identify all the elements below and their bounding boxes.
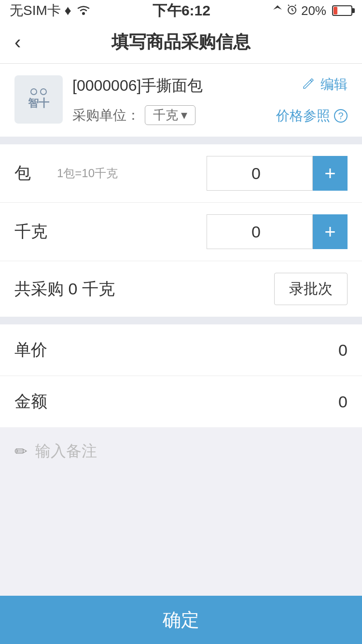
amount-row: 金额 0 — [0, 376, 362, 427]
unit-price-label: 单价 — [14, 339, 47, 361]
unit-price-row: 单价 0 — [0, 324, 362, 376]
svg-point-0 — [82, 12, 85, 15]
page-title: 填写商品采购信息 — [111, 30, 251, 54]
nav-bar: ‹ 填写商品采购信息 — [0, 21, 362, 64]
battery-icon — [332, 5, 352, 16]
kg-input-row: 千克 + — [0, 203, 362, 261]
unit-price-value: 0 — [338, 341, 348, 360]
bao-input-control: + — [207, 156, 348, 191]
notes-section[interactable]: ✏ 输入备注 — [0, 427, 362, 476]
location-icon — [272, 3, 283, 18]
chevron-down-icon: ▾ — [181, 108, 187, 123]
edit-button[interactable]: 编辑 — [302, 75, 348, 94]
section-divider-2 — [0, 317, 362, 324]
price-ref-button[interactable]: 价格参照 ? — [276, 107, 348, 125]
kg-plus-button[interactable]: + — [313, 214, 348, 249]
bao-input-row: 包 1包=10千克 + — [0, 144, 362, 203]
amount-label: 金额 — [14, 391, 47, 413]
bao-plus-button[interactable]: + — [313, 156, 348, 191]
product-thumbnail: 智十 — [14, 75, 63, 124]
bao-sublabel: 1包=10千克 — [57, 166, 207, 181]
svg-line-5 — [295, 5, 296, 6]
section-divider-1 — [0, 137, 362, 144]
svg-line-4 — [288, 5, 289, 6]
status-right: 20% — [272, 3, 352, 18]
input-section: 包 1包=10千克 + 千克 + — [0, 144, 362, 261]
summary-row: 共采购 0 千克 录批次 — [0, 261, 362, 317]
product-card: 智十 [0000006]手撕面包 采购单位： 千克 ▾ 编辑 价格参照 ? — [0, 64, 362, 137]
bao-input[interactable] — [207, 156, 313, 191]
amount-value: 0 — [338, 392, 348, 411]
bao-label: 包 — [14, 162, 53, 184]
summary-text: 共采购 0 千克 — [14, 278, 115, 300]
back-button[interactable]: ‹ — [14, 31, 21, 53]
notes-placeholder: 输入备注 — [35, 441, 97, 462]
batch-button[interactable]: 录批次 — [274, 273, 348, 305]
status-bar: 无SIM卡 ♦ 下午6:12 — [0, 0, 362, 21]
unit-label: 采购单位： — [72, 106, 140, 125]
sim-label: 无SIM卡 ♦ — [10, 1, 71, 20]
alarm-icon — [287, 3, 297, 18]
status-left: 无SIM卡 ♦ — [10, 1, 91, 20]
confirm-button[interactable]: 确定 — [0, 596, 362, 644]
price-section: 单价 0 金额 0 — [0, 324, 362, 427]
battery-percent: 20% — [301, 3, 326, 18]
kg-input-control: + — [207, 214, 348, 249]
wifi-icon — [76, 3, 91, 18]
svg-line-3 — [292, 10, 293, 11]
status-time: 下午6:12 — [153, 1, 210, 21]
kg-label: 千克 — [14, 221, 53, 243]
help-icon: ? — [334, 109, 348, 123]
kg-input[interactable] — [207, 214, 313, 249]
unit-dropdown[interactable]: 千克 ▾ — [145, 105, 195, 125]
pencil-icon: ✏ — [14, 442, 28, 461]
